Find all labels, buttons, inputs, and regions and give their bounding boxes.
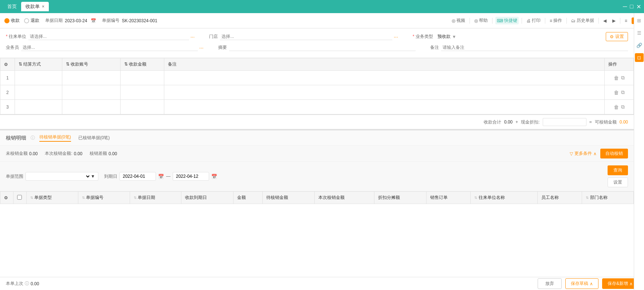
partner-input[interactable] [28, 33, 189, 40]
row3-copy-icon[interactable]: ⧉ [621, 104, 625, 110]
col-store-sort[interactable]: ⇅ [586, 196, 589, 200]
row1-delete-icon[interactable]: 🗑 [614, 75, 619, 81]
footer-info-icon[interactable]: ⓘ [25, 281, 29, 287]
window-close-icon[interactable]: ✕ [636, 3, 641, 10]
due-date-label: 到期日 [104, 173, 117, 180]
sidebar-form-icon[interactable]: ⊡ [635, 53, 644, 62]
col-account-sort[interactable]: ⇅ [66, 62, 70, 67]
tab-receipts[interactable]: 收款单 × [21, 2, 49, 11]
col-type-sort[interactable]: ⇅ [30, 196, 33, 200]
col-number-sort[interactable]: ⇅ [82, 196, 85, 200]
btn-help[interactable]: ◎ 帮助 [473, 17, 489, 24]
more-conditions-btn[interactable]: ▽ 更多条件 ∧ [570, 150, 597, 157]
date-start-icon[interactable]: 📅 [158, 174, 164, 179]
notes-label: 备注 [430, 44, 439, 51]
query-button[interactable]: 查询 [608, 165, 628, 175]
row3-delete-icon[interactable]: 🗑 [614, 104, 619, 110]
row2-copy-icon[interactable]: ⧉ [621, 89, 625, 95]
table-row: 3 🗑 ⧉ [0, 100, 634, 114]
col-method-sort[interactable]: ⇅ [19, 62, 22, 67]
sidebar-table-icon[interactable]: ⊞ [635, 16, 644, 25]
btn-nav-prev[interactable]: ◀ [602, 17, 608, 24]
discount-input[interactable] [543, 118, 586, 126]
diff-value: 0.00 [109, 151, 117, 156]
range-dropdown-icon: ▼ [91, 174, 95, 179]
btn-history[interactable]: 🗂 历史单据 [570, 17, 596, 24]
row1-amount[interactable] [121, 71, 164, 85]
sidebar-link-icon[interactable]: 🔗 [635, 41, 644, 50]
data-table-section: ⚙ ⇅ 结算方式 ⇅ 收款账号 ⇅ 收款金额 备注 [0, 58, 634, 115]
print-icon: 🖨 [526, 18, 531, 23]
notes-input[interactable] [441, 44, 628, 51]
table-settings-icon[interactable]: ⚙ [4, 62, 8, 67]
tab-home[interactable]: 首页 [3, 2, 21, 11]
staff-more-icon[interactable]: ··· [199, 45, 204, 51]
row3-method[interactable] [15, 100, 62, 114]
date-end-input[interactable] [173, 172, 209, 181]
save-new-arrow-icon[interactable]: ∧ [629, 281, 633, 286]
row1-account[interactable] [62, 71, 121, 85]
window-minimize-icon[interactable]: ─ [623, 3, 627, 10]
btn-nav-next[interactable]: ▶ [611, 17, 617, 24]
row2-notes[interactable] [164, 85, 605, 100]
tab-close-icon[interactable]: × [42, 4, 44, 9]
notes-field: 备注 [430, 44, 628, 51]
tab-bar-right: ─ □ ✕ [623, 3, 641, 10]
form-row-2: 业务员 ··· 摘要 备注 [6, 44, 628, 51]
btn-video[interactable]: ◎ 视频 [450, 17, 467, 24]
this-time-label: 本次核销金额: [45, 150, 72, 157]
row2-amount[interactable] [121, 85, 164, 100]
writeoff-info-icon[interactable]: ⓘ [31, 135, 35, 141]
row1-notes[interactable] [164, 71, 605, 85]
discard-button[interactable]: 放弃 [538, 278, 562, 289]
radio-receive[interactable]: 收款 [4, 17, 20, 24]
bottom-table-wrap: ⚙ ⇅ 单据类型 ⇅ 单据编号 [0, 191, 634, 204]
sidebar-list-icon[interactable]: ☰ [635, 28, 644, 37]
btn-print[interactable]: 🖨 打印 [525, 17, 542, 24]
partner-label: 往来单位 [6, 34, 26, 40]
settings-button[interactable]: ⚙ 设置 [606, 32, 628, 41]
calendar-icon[interactable]: 📅 [91, 18, 96, 23]
staff-input[interactable] [21, 44, 198, 51]
store-input[interactable] [220, 33, 392, 40]
btn-operation[interactable]: ≡ 操作 [548, 17, 564, 24]
save-draft-arrow-icon[interactable]: ∧ [590, 281, 593, 286]
row3-notes[interactable] [164, 100, 605, 114]
select-all-checkbox[interactable] [17, 195, 22, 200]
pending-tab[interactable]: 待核销单据(0笔) [39, 134, 71, 142]
row1-method[interactable] [15, 71, 62, 85]
done-tab[interactable]: 已核销单据(0笔) [78, 135, 110, 141]
toolbar-right: ◎ 视频 ◎ 帮助 ⌨ 快捷键 🖨 打印 ≡ 操作 🗂 历史单据 ◀ ▶ [450, 17, 640, 24]
date-start-input[interactable] [119, 172, 156, 181]
window-restore-icon[interactable]: □ [630, 3, 633, 10]
form-section: 往来单位 ··· 门店 ··· 业务类型 预收款 ▼ ⚙ 设置 [0, 28, 634, 58]
save-new-button[interactable]: 保存&新增 ∧ [602, 278, 638, 289]
history-icon: 🗂 [571, 18, 576, 23]
summary-input[interactable] [229, 44, 416, 51]
diff-stat: 核销差额 0.00 [90, 150, 117, 157]
row3-account[interactable] [62, 100, 121, 114]
radio-refund[interactable]: 退款 [24, 17, 39, 24]
row2-account[interactable] [62, 85, 121, 100]
btn-layout-list[interactable]: ≡ [623, 17, 629, 24]
save-draft-button[interactable]: 保存草稿 ∧ [565, 278, 598, 289]
btn-shortcut[interactable]: ⌨ 快捷键 [495, 17, 519, 24]
auto-writeoff-button[interactable]: 自动核销 [600, 149, 628, 158]
date-end-icon[interactable]: 📅 [211, 174, 217, 179]
partner-more-icon[interactable]: ··· [191, 34, 195, 40]
row1-copy-icon[interactable]: ⧉ [621, 75, 625, 81]
settings-gear-icon: ⚙ [610, 34, 614, 39]
row2-method[interactable] [15, 85, 62, 100]
range-select[interactable] [29, 173, 91, 179]
business-type-arrow-icon[interactable]: ▼ [452, 34, 456, 39]
set-button[interactable]: 设置 [608, 177, 628, 187]
row3-amount[interactable] [121, 100, 164, 114]
row2-delete-icon[interactable]: 🗑 [614, 90, 619, 95]
store-more-icon[interactable]: ··· [394, 34, 398, 40]
col-amount-sort[interactable]: ⇅ [124, 62, 128, 67]
table-settings-icon2[interactable]: ⚙ [4, 195, 8, 200]
col-date-sort[interactable]: ⇅ [134, 196, 137, 200]
col-partner-sort[interactable]: ⇅ [474, 196, 477, 200]
footer: 本单上次 ⓘ 0.00 放弃 保存草稿 ∧ 保存&新增 ∧ [0, 277, 644, 290]
receipts-table: ⚙ ⇅ 结算方式 ⇅ 收款账号 ⇅ 收款金额 备注 [0, 58, 634, 114]
